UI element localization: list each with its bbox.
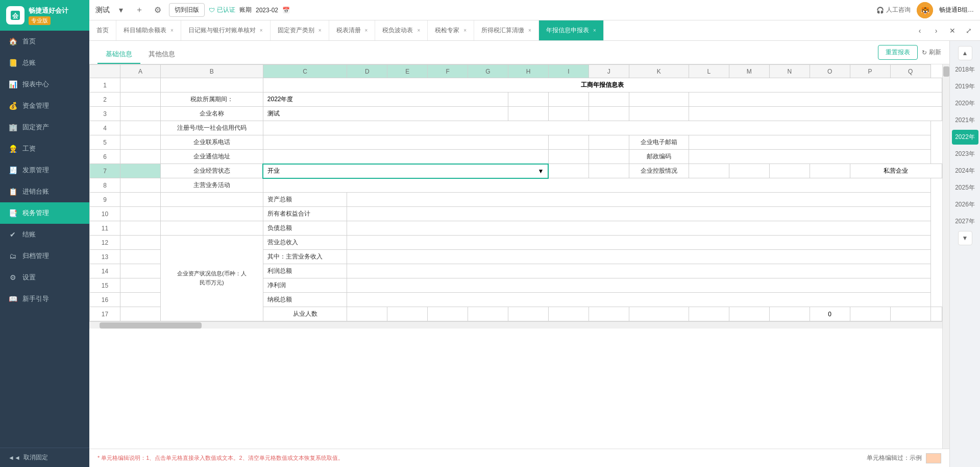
cell-14c[interactable]: 利润总额: [263, 264, 347, 278]
year-item-2026年[interactable]: 2026年: [952, 197, 978, 212]
cell-12a[interactable]: [120, 236, 161, 250]
sidebar-collapse-btn[interactable]: ◄◄ 取消固定: [0, 448, 89, 467]
cell-4a[interactable]: [120, 121, 161, 135]
cell-5c[interactable]: [263, 135, 548, 150]
cell-3a[interactable]: [120, 107, 161, 121]
year-item-2019年[interactable]: 2019年: [952, 79, 978, 94]
cell-2g[interactable]: [548, 92, 589, 107]
sidebar-item-进销台账[interactable]: 📋进销台账: [0, 181, 89, 202]
cell-9a[interactable]: [120, 193, 161, 207]
year-up-btn[interactable]: ▲: [958, 46, 972, 60]
cell-6i[interactable]: [589, 150, 629, 164]
cell-16a[interactable]: [120, 293, 161, 307]
cell-8b[interactable]: 主营业务活动: [160, 178, 263, 193]
sidebar-item-工资[interactable]: 👷工资: [0, 138, 89, 159]
cell-2j[interactable]: [689, 92, 942, 107]
cell-7b[interactable]: 企业经营状态: [160, 164, 263, 178]
cell-11c[interactable]: 负债总额: [263, 221, 347, 236]
tab-prev-btn[interactable]: ‹: [913, 24, 927, 38]
sidebar-item-总账[interactable]: 📒总账: [0, 52, 89, 74]
cell-17m[interactable]: [769, 307, 810, 321]
tab-3[interactable]: 固定资产类别×: [271, 20, 329, 41]
tab-1[interactable]: 科目辅助余额表×: [116, 20, 181, 41]
sidebar-item-归档管理[interactable]: 🗂归档管理: [0, 245, 89, 267]
horizontal-scrollbar[interactable]: [89, 321, 942, 329]
cell-3b[interactable]: 企业名称: [160, 107, 263, 121]
cell-6b[interactable]: 企业通信地址: [160, 150, 263, 164]
cell-1b[interactable]: [160, 78, 263, 92]
sidebar-item-资金管理[interactable]: 💰资金管理: [0, 95, 89, 116]
cell-17n[interactable]: 0: [810, 307, 850, 321]
cell-17k[interactable]: [689, 307, 729, 321]
cell-9d[interactable]: [347, 193, 930, 207]
cell-17h[interactable]: [548, 307, 589, 321]
cell-2a[interactable]: [120, 92, 161, 107]
cell-3c[interactable]: 测试: [263, 107, 508, 121]
cell-10c[interactable]: 所有者权益合计: [263, 207, 347, 221]
cell-7o[interactable]: 私营企业: [850, 164, 942, 178]
tab-6[interactable]: 税检专家×: [428, 20, 474, 41]
cell-3f[interactable]: [508, 107, 549, 121]
cell-8a[interactable]: [120, 178, 161, 193]
cell-2h[interactable]: [589, 92, 629, 107]
cell-7m[interactable]: [769, 164, 810, 178]
cell-12c[interactable]: 营业总收入: [263, 236, 347, 250]
cell-5b[interactable]: 企业联系电话: [160, 135, 263, 150]
cell-3g[interactable]: [548, 107, 589, 121]
tab-close-8[interactable]: ×: [593, 28, 596, 33]
cell-16c[interactable]: 纳税总额: [263, 293, 347, 307]
cell-17f[interactable]: [468, 307, 508, 321]
cell-4b[interactable]: 注册号/统一社会信用代码: [160, 121, 263, 135]
cell-17l[interactable]: [729, 307, 769, 321]
tab-close-2[interactable]: ×: [260, 28, 263, 33]
year-item-2018年[interactable]: 2018年: [952, 62, 978, 77]
cell-6a[interactable]: [120, 150, 161, 164]
vscroll-thumb[interactable]: [943, 66, 949, 77]
sidebar-item-结账[interactable]: ✔结账: [0, 224, 89, 245]
hscroll-thumb[interactable]: [100, 322, 202, 329]
cell-10a[interactable]: [120, 207, 161, 221]
cell-17g[interactable]: [508, 307, 549, 321]
cell-17q[interactable]: [930, 307, 942, 321]
cell-14a[interactable]: [120, 264, 161, 278]
reset-report-btn[interactable]: 重置报表: [878, 45, 918, 60]
tab-2[interactable]: 日记账与银行对账单核对×: [181, 20, 271, 41]
cell-7i[interactable]: [589, 164, 629, 178]
refresh-btn[interactable]: ↻ 刷新: [922, 48, 941, 57]
tab-close-5[interactable]: ×: [417, 28, 420, 33]
tab-close-4[interactable]: ×: [365, 28, 368, 33]
cell-10b[interactable]: [160, 207, 263, 221]
spreadsheet-scroll[interactable]: A B C D E F G H I J: [89, 64, 942, 449]
cell-5j[interactable]: 企业电子邮箱: [629, 135, 689, 150]
cell-14d[interactable]: [347, 264, 930, 278]
cell-4c[interactable]: [263, 121, 930, 135]
topbar-add-btn[interactable]: ＋: [132, 3, 146, 17]
year-item-2023年[interactable]: 2023年: [952, 147, 978, 161]
cell-13a[interactable]: [120, 250, 161, 264]
tab-5[interactable]: 税负波动表×: [375, 20, 428, 41]
sidebar-item-报表中心[interactable]: 📊报表中心: [0, 74, 89, 95]
cell-17e[interactable]: [428, 307, 468, 321]
cell-7l[interactable]: [729, 164, 769, 178]
cell-5i[interactable]: [589, 135, 629, 150]
year-item-2025年[interactable]: 2025年: [952, 180, 978, 195]
year-item-2024年[interactable]: 2024年: [952, 164, 978, 178]
tab-close-3[interactable]: ×: [318, 28, 322, 33]
sidebar-item-新手引导[interactable]: 📖新手引导: [0, 288, 89, 310]
tab-4[interactable]: 税表清册×: [329, 20, 376, 41]
topbar-settings-btn[interactable]: ⚙: [151, 3, 165, 17]
cell-7j[interactable]: 企业控股情况: [629, 164, 689, 178]
cell-7c-dropdown[interactable]: 开业 ▼: [263, 164, 548, 178]
topbar-dropdown-btn[interactable]: ▾: [114, 3, 128, 17]
cell-17j[interactable]: [629, 307, 689, 321]
cell-11d[interactable]: [347, 221, 930, 236]
tab-close-1[interactable]: ×: [170, 28, 174, 33]
cell-12d[interactable]: [347, 236, 930, 250]
tab-close-7[interactable]: ×: [528, 28, 531, 33]
sidebar-item-税务管理[interactable]: 📑税务管理: [0, 202, 89, 224]
year-item-2022年[interactable]: 2022年: [952, 130, 978, 145]
calendar-icon[interactable]: 📅: [282, 7, 290, 14]
cell-11b[interactable]: [160, 221, 263, 236]
cell-7a[interactable]: [120, 164, 161, 178]
subtab-0[interactable]: 基础信息: [97, 45, 140, 64]
